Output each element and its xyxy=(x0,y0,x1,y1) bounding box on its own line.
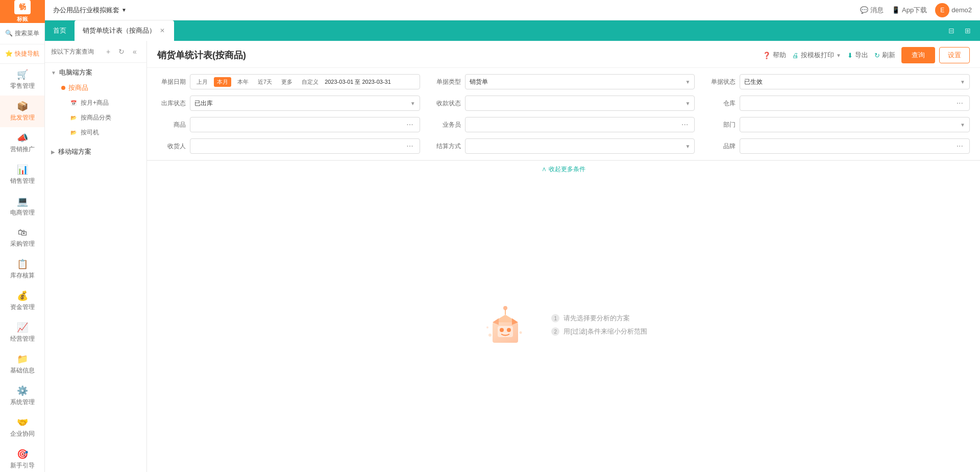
basic-icon: 📁 xyxy=(2,353,42,365)
doc-type-chevron-icon: ▼ xyxy=(685,79,690,85)
svg-point-11 xyxy=(520,332,522,334)
collect-status-select[interactable]: ▼ xyxy=(465,96,695,111)
export-btn[interactable]: ⬇ 导出 xyxy=(847,51,868,60)
settlement-select[interactable]: ▼ xyxy=(465,138,695,154)
tree-pc-header[interactable]: 电脑端方案 xyxy=(45,65,146,80)
tab-minimize-btn[interactable]: ⊟ xyxy=(945,25,958,37)
operation-icon: 📈 xyxy=(2,322,42,333)
date-btn-last-month[interactable]: 上月 xyxy=(193,77,211,87)
add-scheme-btn[interactable]: + xyxy=(103,46,114,57)
date-filter-input[interactable]: 上月 本月 本年 近7天 更多 自定义 2023-03-01 至 2023-03… xyxy=(190,74,420,89)
filter-out-status: 出库状态 已出库 ▼ xyxy=(157,96,420,111)
sidebar-retail-label: 零售管理 xyxy=(10,82,35,89)
filter-goods: 商品 ··· xyxy=(157,117,420,132)
sidebar-item-purchase[interactable]: 🛍 采购管理 xyxy=(0,222,44,253)
date-btn-this-month[interactable]: 本月 xyxy=(214,77,231,87)
user-name: demo2 xyxy=(951,6,972,14)
right-content: 销货单统计表(按商品) ❓ 帮助 🖨 按模板打印 ▼ ⬇ 导出 xyxy=(147,41,980,472)
doc-status-select[interactable]: 已生效 ▼ xyxy=(740,74,970,89)
receiver-dots-icon[interactable]: ··· xyxy=(404,141,415,151)
tab-home[interactable]: 首页 xyxy=(45,20,75,41)
refresh-scheme-btn[interactable]: ↻ xyxy=(116,46,127,57)
tree-item-by-cashier[interactable]: 📂 按司机 xyxy=(45,125,146,140)
tab-close-icon[interactable]: ✕ xyxy=(159,27,166,34)
sidebar-item-finance[interactable]: 💰 资金管理 xyxy=(0,285,44,317)
sidebar-item-quicknav[interactable]: ⭐ 快捷导航 xyxy=(0,44,44,64)
sidebar-item-retail[interactable]: 🛒 零售管理 xyxy=(0,64,44,96)
sidebar-item-inventory[interactable]: 📋 库存核算 xyxy=(0,253,44,285)
sidebar-item-operation[interactable]: 📈 经营管理 xyxy=(0,317,44,348)
sidebar-item-basic[interactable]: 📁 基础信息 xyxy=(0,348,44,380)
sidebar-ecommerce-label: 电商管理 xyxy=(10,209,35,216)
breadcrumb-dropdown[interactable]: 办公用品行业模拟账套 ▼ xyxy=(53,6,127,15)
empty-text: 1 请先选择要分析的方案 2 用[过滤]条件来缩小分析范围 xyxy=(551,314,647,336)
receiver-label: 收货人 xyxy=(157,142,186,151)
goods-input[interactable]: ··· xyxy=(190,117,420,132)
tree-item-by-month-goods-label: 按月+商品 xyxy=(81,99,109,107)
help-label: 帮助 xyxy=(773,51,786,60)
sidebar-item-search[interactable]: 🔍 搜索菜单 xyxy=(0,23,44,44)
refresh-btn[interactable]: ↻ 刷新 xyxy=(874,51,895,60)
left-panel-actions: + ↻ « xyxy=(103,46,140,57)
query-button[interactable]: 查询 xyxy=(901,47,935,63)
refresh-icon: ↻ xyxy=(874,52,880,59)
setting-button[interactable]: 设置 xyxy=(939,47,970,63)
warehouse-dots-icon[interactable]: ··· xyxy=(954,99,965,108)
print-icon: 🖨 xyxy=(792,52,799,59)
sidebar-item-marketing[interactable]: 📣 营销推广 xyxy=(0,127,44,159)
brand-input[interactable]: ··· xyxy=(740,138,970,154)
message-icon: 💬 xyxy=(860,6,868,14)
date-btn-more[interactable]: 更多 xyxy=(278,77,296,87)
user-profile[interactable]: E demo2 xyxy=(935,3,972,17)
print-btn[interactable]: 🖨 按模板打印 ▼ xyxy=(792,51,841,60)
sidebar-item-newbie[interactable]: 🎯 新手引导 xyxy=(0,443,44,472)
svg-point-6 xyxy=(507,328,511,332)
date-btn-7days[interactable]: 近7天 xyxy=(255,77,275,87)
salesman-input[interactable]: ··· xyxy=(465,117,695,132)
app-subtitle: 标账 xyxy=(17,15,28,23)
filter-brand: 品牌 ··· xyxy=(707,138,970,154)
tree-item-by-goods-category[interactable]: 📂 按商品分类 xyxy=(45,110,146,125)
tab-bar: 首页 销货单统计表（按商品） ✕ ⊟ ⊞ xyxy=(45,20,980,41)
empty-tip-1-label: 请先选择要分析的方案 xyxy=(564,314,630,323)
empty-tip-1: 1 请先选择要分析的方案 xyxy=(551,314,647,323)
collapse-bar[interactable]: ∧ 收起更多条件 xyxy=(147,160,980,178)
main-area: 办公用品行业模拟账套 ▼ 💬 消息 📱 App下载 E demo2 首页 xyxy=(45,0,980,472)
tree-item-by-goods[interactable]: 按商品 xyxy=(45,80,146,96)
out-status-select[interactable]: 已出库 ▼ xyxy=(190,96,420,111)
tree-item-by-month-goods[interactable]: 📅 按月+商品 xyxy=(45,96,146,110)
date-btn-this-year[interactable]: 本年 xyxy=(234,77,252,87)
sidebar-item-sales[interactable]: 📊 销售管理 xyxy=(0,159,44,191)
export-icon: ⬇ xyxy=(847,52,853,59)
inventory-icon: 📋 xyxy=(2,258,42,270)
dept-select[interactable]: ▼ xyxy=(740,117,970,132)
brand-dots-icon[interactable]: ··· xyxy=(954,141,965,151)
warehouse-input[interactable]: ··· xyxy=(740,96,970,111)
message-label: 消息 xyxy=(870,6,884,15)
sidebar-item-system[interactable]: ⚙️ 系统管理 xyxy=(0,380,44,412)
doc-type-select[interactable]: 销货单 ▼ xyxy=(465,74,695,89)
calendar-icon: 📅 xyxy=(69,99,78,107)
tree-mobile-label: 移动端方案 xyxy=(58,147,91,156)
goods-dots-icon[interactable]: ··· xyxy=(404,120,415,129)
salesman-dots-icon[interactable]: ··· xyxy=(679,120,690,129)
collapse-panel-btn[interactable]: « xyxy=(129,46,140,57)
sidebar-corp-label: 企业协同 xyxy=(10,430,35,437)
message-btn[interactable]: 💬 消息 xyxy=(860,6,884,15)
sidebar-item-wholesale[interactable]: 📦 批发管理 xyxy=(0,96,44,127)
help-btn[interactable]: ❓ 帮助 xyxy=(763,51,786,60)
date-range-text: 2023-03-01 至 2023-03-31 xyxy=(325,78,391,86)
receiver-input[interactable]: ··· xyxy=(190,138,420,154)
dept-label: 部门 xyxy=(707,121,736,129)
filter-date: 单据日期 上月 本月 本年 近7天 更多 自定义 2023-03-01 至 20… xyxy=(157,74,420,89)
tab-expand-btn[interactable]: ⊞ xyxy=(962,25,974,37)
filter-doc-type: 单据类型 销货单 ▼ xyxy=(432,74,695,89)
tab-report[interactable]: 销货单统计表（按商品） ✕ xyxy=(75,20,174,41)
tree-pc-label: 电脑端方案 xyxy=(59,68,92,77)
page-title-bar: 销货单统计表(按商品) ❓ 帮助 🖨 按模板打印 ▼ ⬇ 导出 xyxy=(147,41,980,68)
app-download-btn[interactable]: 📱 App下载 xyxy=(892,6,927,15)
sidebar-item-corp[interactable]: 🤝 企业协同 xyxy=(0,412,44,443)
sidebar-item-ecommerce[interactable]: 💻 电商管理 xyxy=(0,191,44,222)
tree-mobile-header[interactable]: 移动端方案 xyxy=(45,144,146,159)
date-btn-custom[interactable]: 自定义 xyxy=(299,77,322,87)
